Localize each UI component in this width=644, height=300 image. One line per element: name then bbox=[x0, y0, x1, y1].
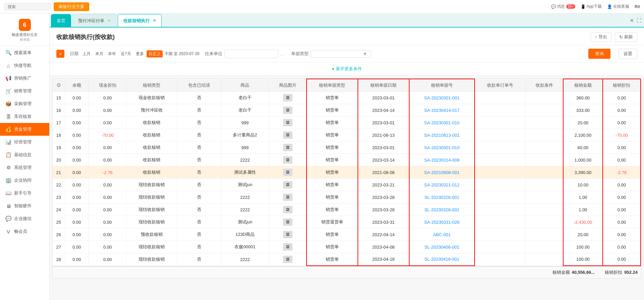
sidebar-item-sales[interactable]: 🛒 销售管理 bbox=[0, 85, 49, 97]
date-btn-more[interactable]: 更多 bbox=[134, 50, 146, 57]
td-cancel-bill-no[interactable]: SA-20230301-010 bbox=[409, 141, 475, 154]
th-cancel-discount: 核销折扣 bbox=[603, 79, 641, 92]
cancel-bill-no-link[interactable]: SA-20230301-010 bbox=[424, 120, 460, 125]
th-settings[interactable]: ⚙ bbox=[53, 79, 65, 92]
export-button[interactable]: ↑ 导出 bbox=[591, 32, 612, 42]
partner-input[interactable] bbox=[224, 50, 278, 58]
td-cancel-bill-no[interactable]: SL-20230408-001 bbox=[409, 241, 475, 253]
tab-prepay-close[interactable]: ✕ bbox=[108, 18, 111, 23]
table-header-row: ⚙ 余额 现金折扣 核销类型 包含已结清 商品 商品图片 核销单据类型 核销单据… bbox=[53, 79, 641, 92]
sidebar-item-inventory[interactable]: 🗄 库存核算 bbox=[0, 110, 49, 123]
message-area[interactable]: 💬 消息 99+ bbox=[551, 4, 575, 9]
date-btn-last-month[interactable]: 上月 bbox=[80, 50, 93, 57]
td-cancel-type: 现结收款核销 bbox=[126, 179, 177, 191]
td-balance: 0.00 bbox=[65, 154, 89, 166]
td-no: 17 bbox=[53, 117, 65, 129]
sidebar-item-system[interactable]: ⚙ 系统管理 bbox=[0, 161, 49, 174]
td-cancel-type: 收款核销 bbox=[126, 117, 177, 129]
chevron-down-icon: ▾ bbox=[332, 67, 334, 72]
td-cancel-bill-no[interactable]: SL-20230418-001 bbox=[409, 253, 475, 266]
cancel-bill-no-link[interactable]: SL-20230328-001 bbox=[424, 195, 459, 200]
cancel-bill-no-link[interactable]: SL-20230328-002 bbox=[424, 207, 459, 212]
sidebar-item-purchase[interactable]: 📦 采购管理 bbox=[0, 97, 49, 110]
sales-icon: 🛒 bbox=[5, 88, 11, 94]
tab-home[interactable]: 首页 bbox=[51, 14, 71, 27]
td-cancel-bill-no[interactable]: SA-20230331-026 bbox=[409, 216, 475, 228]
filter-expand-button[interactable]: » bbox=[56, 50, 64, 58]
sidebar-item-hardware[interactable]: 🖥 智能硬件 bbox=[0, 200, 49, 212]
sidebar-item-business[interactable]: 📊 经营管理 bbox=[0, 136, 49, 148]
cancel-bill-no-link[interactable]: SA-20230331-026 bbox=[424, 220, 460, 225]
cancel-bill-no-link[interactable]: SA-20230301-010 bbox=[424, 145, 460, 150]
td-cancel-bill-no[interactable]: ABC-001 bbox=[409, 228, 475, 241]
footer-cancel-amount-label: 核销金额 bbox=[552, 269, 570, 275]
date-buttons: 上月 本月 本年 近7天 更多 自定义 bbox=[80, 50, 163, 57]
expand-conditions-btn[interactable]: ▾ 展开更多条件 bbox=[332, 65, 362, 73]
sidebar-item-guide[interactable]: 📖 新手引导 bbox=[0, 187, 49, 200]
app-download[interactable]: 📱 App下载 bbox=[581, 4, 602, 9]
sidebar-item-wechat[interactable]: 💬 企业微信 bbox=[0, 212, 49, 225]
date-btn-custom[interactable]: 自定义 bbox=[147, 50, 163, 57]
sidebar-item-search[interactable]: 🔍 搜索菜单 bbox=[0, 46, 49, 59]
sidebar-nav: 🔍 搜索菜单 ⌂ 快捷导航 📢 营销推广 🛒 销售管理 📦 采购管理 🗄 bbox=[0, 46, 49, 300]
sidebar-item-base[interactable]: 📋 基础信息 bbox=[0, 148, 49, 161]
bill-type-select[interactable]: ▼ bbox=[311, 50, 371, 58]
cancel-bill-no-link[interactable]: ABC-001 bbox=[433, 232, 451, 237]
sidebar-item-finance[interactable]: 💰 资金管理 bbox=[0, 123, 49, 136]
date-btn-7days[interactable]: 近7天 bbox=[119, 50, 133, 57]
td-cancel-bill-no[interactable]: SA-20230301-010 bbox=[409, 117, 475, 129]
cancel-bill-no-link[interactable]: SA-20230314-008 bbox=[424, 158, 460, 163]
td-cancel-type: 收款核销 bbox=[126, 129, 177, 141]
search-input[interactable] bbox=[4, 3, 51, 10]
search-icon: 🔍 bbox=[5, 50, 11, 56]
tab-close-button[interactable]: ✕ bbox=[630, 18, 634, 23]
sidebar-item-member[interactable]: V 畅会员 bbox=[0, 225, 49, 238]
td-cash-discount: 0.00 bbox=[89, 216, 126, 228]
td-receipt-condition bbox=[526, 216, 563, 228]
cancel-bill-no-link[interactable]: SA-20210808-001 bbox=[424, 170, 460, 175]
cancel-bill-no-link[interactable]: SL-20230408-001 bbox=[424, 245, 459, 250]
table-row: 160.000.00预付冲应收否老白干🖼销货单2023-04-14SA-2023… bbox=[53, 104, 641, 117]
page-header: 收款核销执行(按收款) ↑ 导出 ↻ 刷新 bbox=[50, 28, 644, 45]
td-cancel-bill-no[interactable]: SA-20230414-017 bbox=[409, 104, 475, 117]
sidebar-label-member: 畅会员 bbox=[14, 228, 27, 234]
sidebar-label-corp: 企业协同 bbox=[14, 177, 32, 183]
online-service[interactable]: 👤 在线客服 bbox=[607, 4, 629, 9]
td-receipt-condition bbox=[526, 204, 563, 216]
date-btn-this-year[interactable]: 本年 bbox=[106, 50, 118, 57]
td-cash-discount: 0.00 bbox=[89, 154, 126, 166]
table-scroll[interactable]: ⚙ 余额 现金折扣 核销类型 包含已结清 商品 商品图片 核销单据类型 核销单据… bbox=[53, 79, 641, 266]
td-cancel-bill-no[interactable]: SA-20230301-001 bbox=[409, 92, 475, 104]
td-product-img: 🖼 bbox=[269, 228, 307, 241]
tab-collection-close[interactable]: ✕ bbox=[153, 18, 156, 23]
sidebar-item-nav[interactable]: ⌂ 快捷导航 bbox=[0, 59, 49, 72]
td-cancel-bill-no[interactable]: SL-20230328-002 bbox=[409, 204, 475, 216]
sidebar-item-corp[interactable]: 🏢 企业协同 bbox=[0, 174, 49, 187]
tab-prepay[interactable]: 预付冲应付单 ✕ bbox=[72, 14, 116, 27]
td-cancel-bill-date: 2021-08-13 bbox=[358, 129, 409, 141]
date-btn-this-month[interactable]: 本月 bbox=[93, 50, 105, 57]
solution-button[interactable]: 体验行业方案 bbox=[54, 2, 89, 11]
cancel-bill-no-link[interactable]: SL-20230418-001 bbox=[424, 257, 459, 262]
col-settings-btn[interactable]: ⚙ bbox=[56, 82, 61, 88]
td-cancel-bill-no[interactable]: SA-20230321-012 bbox=[409, 179, 475, 191]
tab-expand-button[interactable]: ⛶ bbox=[637, 18, 641, 23]
refresh-button[interactable]: ↻ 刷新 bbox=[615, 32, 637, 42]
td-cancel-bill-no[interactable]: SA-20230314-008 bbox=[409, 154, 475, 166]
td-cancel-amount: 20.00 bbox=[563, 228, 603, 241]
cancel-bill-no-link[interactable]: SA-20230301-001 bbox=[424, 95, 460, 100]
td-cancel-bill-no[interactable]: SA-20210813-001 bbox=[409, 129, 475, 141]
system-icon: ⚙ bbox=[5, 165, 11, 171]
tab-collection[interactable]: 收款核销执行 ✕ bbox=[118, 14, 162, 27]
query-button[interactable]: 查询 bbox=[588, 49, 610, 59]
td-cancel-bill-no[interactable]: SA-20210808-001 bbox=[409, 166, 475, 179]
filter-settings-button[interactable]: 设置 bbox=[619, 49, 637, 59]
td-cancel-bill-no[interactable]: SL-20230328-001 bbox=[409, 191, 475, 204]
table-row: 260.000.00预收款核销否123D商品🖼销货单2022-04-14ABC-… bbox=[53, 228, 641, 241]
sidebar-item-marketing[interactable]: 📢 营销推广 bbox=[0, 72, 49, 85]
cancel-bill-no-link[interactable]: SA-20230321-012 bbox=[424, 182, 460, 187]
cancel-bill-no-link[interactable]: SA-20210813-001 bbox=[424, 133, 460, 138]
td-cash-discount: -2.76 bbox=[89, 166, 126, 179]
cancel-bill-no-link[interactable]: SA-20230414-017 bbox=[424, 108, 460, 113]
page-actions: ↑ 导出 ↻ 刷新 bbox=[591, 32, 638, 42]
